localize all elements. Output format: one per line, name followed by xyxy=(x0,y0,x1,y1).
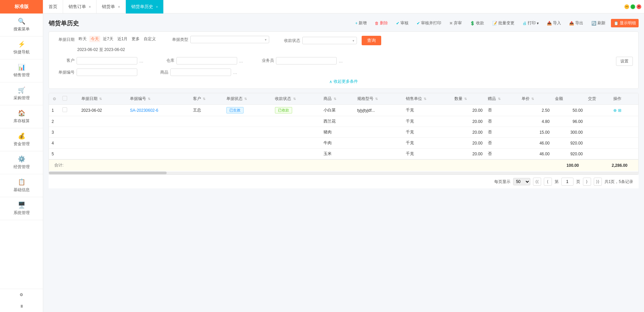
sidebar-item-purchase-mgmt[interactable]: 🛒 采购管理 xyxy=(0,82,43,105)
page-number-input[interactable] xyxy=(561,178,573,186)
customer-dots[interactable]: ... xyxy=(139,58,143,63)
cell-goods: 小白菜 xyxy=(321,105,354,116)
next-page-btn[interactable]: ⟩ xyxy=(583,178,591,186)
doc-type-select[interactable] xyxy=(190,36,269,43)
th-doc-date-sort[interactable]: ⇅ xyxy=(99,97,102,101)
th-sales-unit-sort[interactable]: ⇅ xyxy=(424,97,426,101)
last-page-btn[interactable]: ⟩⟩ xyxy=(594,178,602,186)
sidebar-bottom-toggle[interactable]: ⏸ xyxy=(0,301,43,312)
collect-status-select[interactable] xyxy=(302,37,357,44)
import-button[interactable]: 📥 导入 xyxy=(544,19,564,27)
date-filter-label: 单据日期 xyxy=(54,37,75,43)
salesperson-dots[interactable]: ... xyxy=(339,58,343,63)
th-goods-sort[interactable]: ⇅ xyxy=(334,97,336,101)
warehouse-dots[interactable]: ... xyxy=(239,58,243,63)
batch-change-button[interactable]: 📝 批量变更 xyxy=(489,19,517,27)
cell-customer: 王总 xyxy=(190,105,224,116)
op2-btn[interactable]: ⊞ xyxy=(618,108,621,113)
pagination: 每页显示 50 100 200 ⟨⟨ ⟨ 第 页 ⟩ ⟩⟩ 共1页，5条记录 xyxy=(49,175,639,188)
query-button[interactable]: 查询 xyxy=(362,36,381,45)
table-body: 1 2023-06-02 SA-20230602-6 王总 已生效 已收款 小白… xyxy=(49,105,638,159)
cell-delivery xyxy=(585,138,611,149)
scroll-thumb[interactable] xyxy=(49,172,167,174)
delete-button[interactable]: 🗑 删除 xyxy=(372,19,391,27)
th-customer-sort[interactable]: ⇅ xyxy=(203,97,205,101)
date-tab-yesterday[interactable]: 昨天 xyxy=(77,36,88,42)
tab-sales-delivery-close[interactable]: × xyxy=(118,5,120,9)
set-button[interactable]: 设置 xyxy=(616,57,633,66)
first-page-btn[interactable]: ⟨⟨ xyxy=(533,178,541,186)
tab-sales-order[interactable]: 销售订单 × xyxy=(63,0,96,14)
cell-doc-status xyxy=(224,149,272,159)
cell-qty: 20.00 xyxy=(452,138,485,149)
date-tab-7days[interactable]: 近7天 xyxy=(102,36,115,42)
delete-label: 删除 xyxy=(380,20,388,26)
audit-button[interactable]: ✔ 审核 xyxy=(393,19,411,27)
abandon-button[interactable]: ✖ 弃审 xyxy=(447,19,465,27)
window-controls: ─ □ × xyxy=(624,4,644,9)
collapse-button[interactable]: ∧ 收起更多条件 xyxy=(54,79,633,84)
window-min-btn[interactable]: ─ xyxy=(624,4,629,9)
sidebar-item-sales-mgmt[interactable]: 📊 销售管理 xyxy=(0,59,43,82)
cell-customer xyxy=(190,116,224,127)
sidebar-item-sys-mgmt[interactable]: 🖥️ 系统管理 xyxy=(0,197,43,220)
bottom-settings-icon: ⚙ xyxy=(20,292,23,297)
show-details-button[interactable]: 📋 显示明细 xyxy=(611,19,639,27)
collect-button[interactable]: 💲 收款 xyxy=(467,19,487,27)
horizontal-scrollbar[interactable] xyxy=(49,172,638,174)
cell-doc-date xyxy=(79,138,127,149)
window-close-btn[interactable]: × xyxy=(637,4,641,9)
doc-type-label: 单据类型 xyxy=(168,37,188,43)
th-doc-status-sort[interactable]: ⇅ xyxy=(244,97,247,101)
tab-sales-history[interactable]: 销货单历史 × xyxy=(126,0,164,14)
export-button[interactable]: 📤 导出 xyxy=(566,19,586,27)
window-max-btn[interactable]: □ xyxy=(631,4,635,9)
tab-sales-delivery[interactable]: 销货单 × xyxy=(96,0,125,14)
goods-input[interactable] xyxy=(170,69,231,76)
new-button[interactable]: + 新增 xyxy=(353,19,369,27)
row-checkbox[interactable] xyxy=(62,107,67,112)
th-gift-sort[interactable]: ⇅ xyxy=(498,97,501,101)
doc-no-link[interactable]: SA-20230602-6 xyxy=(130,108,158,113)
audit-print-button[interactable]: ✔ 审核并打印 xyxy=(414,19,444,27)
sidebar-item-inventory[interactable]: 🏠 库存核算 xyxy=(0,105,43,128)
cell-delivery xyxy=(585,116,611,127)
date-tab-today[interactable]: 今天 xyxy=(89,36,100,42)
tab-sales-history-close[interactable]: × xyxy=(156,5,158,9)
date-tab-1month[interactable]: 近1月 xyxy=(116,36,129,42)
sidebar-item-finance-mgmt[interactable]: 💰 资金管理 xyxy=(0,128,43,151)
cell-doc-status xyxy=(224,116,272,127)
th-doc-date-label: 单据日期 xyxy=(81,96,97,101)
refresh-button[interactable]: 🔄 刷新 xyxy=(589,19,608,27)
sidebar-item-basic-info[interactable]: 📋 基础信息 xyxy=(0,174,43,197)
goods-dots[interactable]: ... xyxy=(233,70,237,75)
prev-page-btn[interactable]: ⟨ xyxy=(544,178,552,186)
cell-goods: 牛肉 xyxy=(321,138,354,149)
op1-btn[interactable]: ⊕ xyxy=(613,108,617,113)
sidebar-item-search-menu[interactable]: 🔍 搜索菜单 xyxy=(0,14,43,36)
sidebar-label-basic-info: 基础信息 xyxy=(13,187,30,193)
doc-no-input[interactable] xyxy=(77,69,137,76)
th-qty-sort[interactable]: ⇅ xyxy=(464,97,467,101)
select-all-checkbox[interactable] xyxy=(62,96,67,101)
print-button[interactable]: 🖨 打印 ▾ xyxy=(520,19,541,27)
sidebar-item-ops-mgmt[interactable]: ⚙️ 经营管理 xyxy=(0,151,43,174)
th-doc-no-sort[interactable]: ⇅ xyxy=(148,97,150,101)
date-filter-item: 单据日期 昨天 今天 近7天 近1月 更多 自定义 2023-06-02 至 2… xyxy=(54,36,157,53)
footer-label: 合计: xyxy=(54,162,75,168)
tab-sales-order-close[interactable]: × xyxy=(89,5,91,9)
tab-home[interactable]: 首页 xyxy=(43,0,63,14)
warehouse-input[interactable] xyxy=(176,57,237,64)
table-footer: 合计: 100.00 2,286.00 xyxy=(49,159,638,171)
table-settings-th[interactable]: ⚙ xyxy=(49,93,60,105)
sidebar-item-quick-nav[interactable]: ⚡ 快捷导航 xyxy=(0,36,43,59)
sidebar-bottom-settings[interactable]: ⚙ xyxy=(0,289,43,301)
salesperson-input[interactable] xyxy=(276,57,337,64)
date-tab-more[interactable]: 更多 xyxy=(130,36,141,42)
th-collect-status-sort[interactable]: ⇅ xyxy=(293,97,296,101)
th-spec-type-sort[interactable]: ⇅ xyxy=(375,97,378,101)
customer-input[interactable] xyxy=(77,57,137,64)
date-tab-custom[interactable]: 自定义 xyxy=(142,36,157,42)
th-unit-price-sort[interactable]: ⇅ xyxy=(531,97,534,101)
per-page-select[interactable]: 50 100 200 xyxy=(513,178,530,185)
